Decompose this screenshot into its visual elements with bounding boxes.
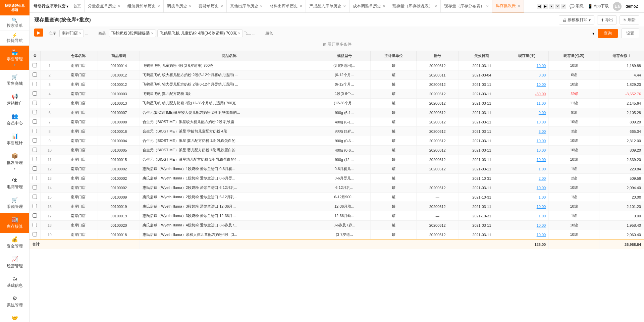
table-container[interactable]: ⚙ 仓库名称 商品编码 商品名称 规格型号 主计量单位 批号 失效日期 现存量(… [30, 51, 644, 322]
row-checkbox[interactable] [30, 221, 40, 230]
tab-close-2[interactable]: ✕ [157, 4, 160, 8]
tab-close-11[interactable]: ✕ [518, 4, 520, 8]
sidebar-item-basic[interactable]: 🗂 基础信息 [0, 272, 29, 292]
export-button[interactable]: ⬆ 导出 [597, 15, 617, 24]
warehouse-bar-top[interactable]: 母婴行业演示账套 ▾ [32, 0, 70, 12]
row-stock-main[interactable]: 2.00 [505, 174, 549, 183]
row-stock-main[interactable]: 10.00 [505, 80, 549, 89]
tab-transfer[interactable]: 调拨单历史 ✕ [164, 0, 195, 12]
row-checkbox[interactable] [30, 89, 40, 99]
app-download-button[interactable]: 📱 App下载 [588, 3, 609, 9]
message-button[interactable]: 💬 消息 [570, 3, 584, 9]
tab-material[interactable]: 材料出库单历史 ✕ [266, 0, 306, 12]
tab-batch[interactable]: 库存批次账 ✕ [492, 0, 524, 12]
tab-close-9[interactable]: ✕ [434, 4, 437, 8]
warehouse-filter-more[interactable]: ... [85, 32, 88, 36]
sidebar-item-retail-shop[interactable]: 🛒 零售商城 [0, 70, 29, 90]
tab-close-6[interactable]: ✕ [300, 4, 302, 8]
filter-collapse-button[interactable]: ▶ [34, 29, 43, 37]
tab-close-3[interactable]: ✕ [189, 4, 192, 8]
row-checkbox[interactable] [30, 70, 40, 80]
row-stock-main[interactable]: 10.00 [505, 136, 549, 146]
row-checkbox[interactable] [30, 202, 40, 211]
row-stock-main[interactable]: 0.00 [505, 70, 549, 80]
row-checkbox[interactable] [30, 174, 40, 183]
row-checkbox[interactable] [30, 183, 40, 193]
tab-finished[interactable]: 产成品入库单历史 ✕ [306, 0, 350, 12]
sidebar-search[interactable]: 🔍 搜索菜单 [0, 15, 29, 31]
row-checkbox[interactable] [30, 193, 40, 202]
row-stock-main[interactable]: -39.00 [505, 89, 549, 99]
row-stock-main[interactable]: 10.00 [505, 221, 549, 230]
tab-close-7[interactable]: ✕ [343, 4, 346, 8]
sidebar-item-purchase[interactable]: 🛒 采购管理 [0, 193, 29, 213]
tab-stock1[interactable]: 现存量（库存状况表） ✕ [389, 0, 441, 12]
tab-order[interactable]: 要货单历史 ✕ [195, 0, 227, 12]
row-checkbox[interactable] [30, 61, 40, 70]
sidebar-item-inventory[interactable]: 🏭 库存核算 [0, 213, 29, 233]
tab-close-5[interactable]: ✕ [260, 4, 263, 8]
sidebar-item-retail-stats[interactable]: 📊 零售统计 [0, 129, 29, 149]
row-stock-main[interactable]: 3.00 [505, 127, 549, 136]
row-stock-main[interactable]: 11.00 [505, 99, 549, 108]
sidebar-item-ops[interactable]: 📈 经营管理 [0, 253, 29, 272]
row-checkbox[interactable] [30, 211, 40, 221]
warehouse-selector-arrow[interactable]: ▾ [66, 4, 68, 9]
row-stock-main[interactable]: 10.00 [505, 202, 549, 211]
row-checkbox[interactable] [30, 80, 40, 89]
goods-tag-2[interactable]: 飞鹤星飞帆 儿童奶粉 4段(3-6岁适用) 700克 ✕ [157, 30, 243, 37]
row-stock-main[interactable]: 10.00 [505, 146, 549, 155]
row-checkbox[interactable] [30, 99, 40, 108]
tab-cost[interactable]: 成本调整单历史 ✕ [350, 0, 389, 12]
tab-close-all[interactable]: ✕ [555, 4, 560, 9]
tab-arrow-right[interactable]: ▶ [543, 4, 548, 9]
sidebar-item-member[interactable]: 👥 会员中心 [0, 110, 29, 129]
row-checkbox[interactable] [30, 108, 40, 117]
row-stock-main[interactable]: 10.00 [505, 183, 549, 193]
goods-tag-close-2[interactable]: ✕ [238, 32, 240, 35]
warehouse-tag-close-1[interactable]: ✕ [79, 32, 82, 35]
row-checkbox[interactable] [30, 127, 40, 136]
row-stock-main[interactable]: 1.00 [505, 193, 549, 202]
tab-outbound[interactable]: 其他出库单历史 ✕ [227, 0, 266, 12]
sidebar-item-ecommerce[interactable]: 🛍 电商管理 [0, 174, 29, 193]
tab-inventory2[interactable]: 组装拆卸单历史 ✕ [124, 0, 164, 12]
balance-info-icon[interactable]: ℹ [629, 54, 630, 58]
row-stock-main[interactable]: 10.00 [505, 155, 549, 164]
color-dropdown-arrow[interactable]: ▾ [592, 31, 594, 36]
tab-close-10[interactable]: ✕ [486, 4, 489, 8]
sidebar-item-retail[interactable]: 🏪 零售管理 ▾ [0, 46, 29, 70]
row-checkbox[interactable] [30, 117, 40, 127]
row-stock-main[interactable]: 1.00 [505, 164, 549, 174]
tab-fullscreen[interactable]: ⤢ [561, 4, 566, 9]
sidebar-quicknav[interactable]: ⚡ 快捷导航 [0, 31, 29, 46]
settings-button[interactable]: 设置 [621, 29, 639, 38]
row-stock-main[interactable]: 9.00 [505, 108, 549, 117]
row-stock-main[interactable]: 10.00 [505, 230, 549, 240]
tab-stock2[interactable]: 现存量（库存分布表） ✕ [441, 0, 492, 12]
refresh-button[interactable]: ↻ 刷新 [620, 15, 639, 24]
sidebar-item-finance[interactable]: 💰 资金管理 [0, 233, 29, 253]
tab-arrow-down[interactable]: ▾ [549, 4, 554, 9]
goods-tag-close-1[interactable]: ✕ [151, 32, 154, 35]
row-checkbox[interactable] [30, 146, 40, 155]
goods-filter-more[interactable]: 飞... [244, 31, 251, 36]
tab-home[interactable]: 首页 [70, 0, 85, 12]
query-button[interactable]: 查询 [598, 29, 618, 38]
row-stock-main[interactable]: 1.00 [505, 211, 549, 221]
filter-expand-button[interactable]: ⊞ 展开更多条件 [34, 40, 639, 49]
tab-close-8[interactable]: ✕ [383, 4, 385, 8]
goods-filter-ellipsis[interactable]: ... [252, 32, 255, 36]
row-stock-main[interactable]: 10.00 [505, 117, 549, 127]
row-checkbox[interactable] [30, 230, 40, 240]
sidebar-item-marketing[interactable]: 📢 营销推广 [0, 90, 29, 110]
tab-inventory1[interactable]: 分量盘点单历史 ✕ [85, 0, 124, 12]
row-checkbox[interactable] [30, 136, 40, 146]
sidebar-item-system[interactable]: ⚙ 系统管理 [0, 292, 29, 312]
sidebar-item-wholesale[interactable]: 📦 批发管理 ▾ [0, 149, 29, 174]
tab-close-1[interactable]: ✕ [118, 4, 120, 8]
avatar[interactable]: Ea [613, 2, 622, 11]
goods-tag-1[interactable]: 飞鹤奶粉3段丙罐提装 ✕ [109, 30, 156, 37]
row-stock-main[interactable]: 10.00 [505, 61, 549, 70]
sidebar-item-collab[interactable]: 🤝 企业协同 [0, 312, 29, 322]
